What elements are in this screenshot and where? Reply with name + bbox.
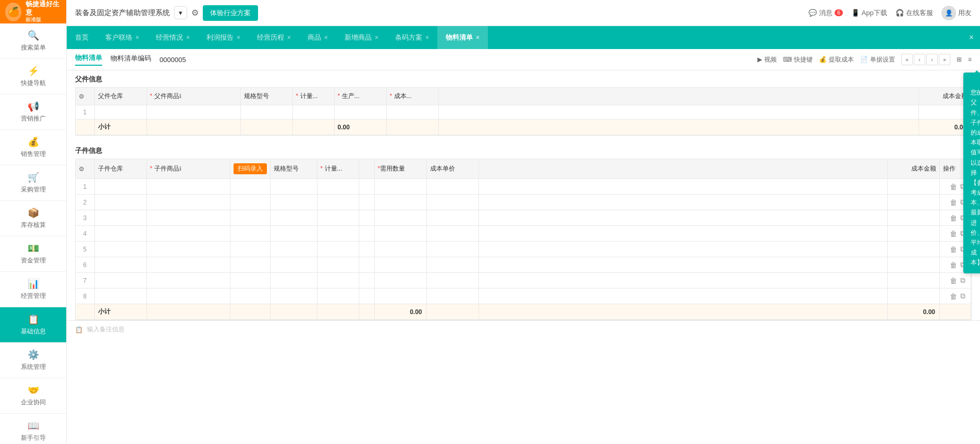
shortcut-btn[interactable]: ⌨ 快捷键 <box>783 55 813 64</box>
sidebar-item-system[interactable]: ⚙️ 系统管理 <box>0 343 66 378</box>
child-unitcost-5[interactable] <box>426 242 479 257</box>
delete-icon-3[interactable]: 🗑 <box>950 214 957 222</box>
child-unit-3[interactable] <box>317 210 359 226</box>
tab-close-new-goods[interactable]: × <box>375 34 378 41</box>
child-warehouse-5[interactable] <box>94 242 146 257</box>
sidebar-item-collab[interactable]: 🤝 企业协同 <box>0 378 66 414</box>
tab-close-ops[interactable]: × <box>186 34 190 41</box>
tab-profit[interactable]: 利润报告× <box>198 26 249 49</box>
sidebar-item-finance[interactable]: 💵 资金管理 <box>0 236 66 272</box>
page-last-btn[interactable]: » <box>939 54 950 65</box>
child-goods-3[interactable] <box>146 210 230 226</box>
subtab-bom-code[interactable]: 物料清单编码 <box>111 54 151 65</box>
child-goods-5[interactable] <box>146 242 230 257</box>
child-scan-1[interactable] <box>230 179 270 195</box>
tab-close-customer[interactable]: × <box>136 34 139 41</box>
tab-home[interactable]: 首页 <box>67 26 97 49</box>
sidebar-item-inventory[interactable]: 📦 库存核算 <box>0 201 66 236</box>
child-goods-7[interactable] <box>146 273 230 289</box>
child-goods-4[interactable] <box>146 226 230 242</box>
child-qty-4[interactable] <box>374 226 426 242</box>
child-scan-3[interactable] <box>230 210 270 226</box>
child-spec-4[interactable] <box>270 226 317 242</box>
child-spec-7[interactable] <box>270 273 317 289</box>
delete-icon-5[interactable]: 🗑 <box>950 245 957 254</box>
child-qty-3[interactable] <box>374 210 426 226</box>
settings-icon[interactable]: ⚙ <box>191 8 199 18</box>
child-goods-8[interactable] <box>146 289 230 304</box>
child-spec-1[interactable] <box>270 179 317 195</box>
child-spec-2[interactable] <box>270 195 317 210</box>
delete-icon-7[interactable]: 🗑 <box>950 277 957 285</box>
close-all-tabs[interactable]: × <box>963 26 980 49</box>
page-prev-btn[interactable]: ‹ <box>914 54 925 65</box>
child-spec-8[interactable] <box>270 289 317 304</box>
tab-barcode[interactable]: 条码方案× <box>387 26 437 49</box>
sidebar-item-guide[interactable]: 📖 新手引导 <box>0 414 66 444</box>
child-goods-2[interactable] <box>146 195 230 210</box>
child-warehouse-3[interactable] <box>94 210 146 226</box>
extract-cost-btn[interactable]: 💰 提取成本 <box>819 55 854 64</box>
tab-bom[interactable]: 物料清单× <box>437 26 488 49</box>
tab-goods[interactable]: 商品× <box>299 26 336 49</box>
child-unit-1[interactable] <box>317 179 359 195</box>
child-warehouse-4[interactable] <box>94 226 146 242</box>
tab-close-barcode[interactable]: × <box>425 34 429 41</box>
delete-icon-8[interactable]: 🗑 <box>950 292 957 301</box>
subtab-bom-list[interactable]: 物料清单 <box>75 53 102 66</box>
child-goods-1[interactable] <box>146 179 230 195</box>
tab-close-history[interactable]: × <box>287 34 291 41</box>
child-unitcost-8[interactable] <box>426 289 479 304</box>
child-scan-2[interactable] <box>230 195 270 210</box>
sidebar-item-sales[interactable]: 💰 销售管理 <box>0 130 66 165</box>
list-view-btn[interactable]: ≡ <box>968 56 972 63</box>
child-gear-icon[interactable]: ⚙ <box>79 165 84 173</box>
delete-icon-4[interactable]: 🗑 <box>950 230 957 238</box>
parent-spec-1[interactable] <box>240 105 292 119</box>
child-warehouse-2[interactable] <box>94 195 146 210</box>
online-service-btn[interactable]: 🎧 在线客服 <box>896 8 933 18</box>
delete-icon-6[interactable]: 🗑 <box>950 261 957 269</box>
child-qty-2[interactable] <box>374 195 426 210</box>
child-qty-8[interactable] <box>374 289 426 304</box>
child-unitcost-7[interactable] <box>426 273 479 289</box>
parent-prod-1[interactable] <box>334 105 386 119</box>
child-unit-8[interactable] <box>317 289 359 304</box>
tab-new-goods[interactable]: 新增商品× <box>336 26 387 49</box>
child-unit-2[interactable] <box>317 195 359 210</box>
note-placeholder[interactable]: 输入备注信息 <box>87 325 125 334</box>
tab-customer[interactable]: 客户联络× <box>97 26 148 49</box>
child-qty-5[interactable] <box>374 242 426 257</box>
copy-icon-7[interactable]: ⧉ <box>960 276 965 285</box>
system-select[interactable]: ▾ <box>174 6 187 19</box>
child-unitcost-1[interactable] <box>426 179 479 195</box>
parent-costtype-1[interactable] <box>386 105 438 119</box>
child-unitcost-4[interactable] <box>426 226 479 242</box>
tab-ops[interactable]: 经营情况× <box>148 26 198 49</box>
single-set-btn[interactable]: 📄 单据设置 <box>860 55 895 64</box>
child-unit-4[interactable] <box>317 226 359 242</box>
sidebar-item-search[interactable]: 🔍 搜索菜单 <box>0 23 66 59</box>
parent-gear-icon[interactable]: ⚙ <box>79 93 84 100</box>
app-download-btn[interactable]: 📱 App下载 <box>851 8 887 18</box>
view-video-btn[interactable]: ▶ 视频 <box>757 55 777 64</box>
page-first-btn[interactable]: « <box>901 54 913 65</box>
child-scan-5[interactable] <box>230 242 270 257</box>
tab-close-goods[interactable]: × <box>324 34 328 41</box>
tab-history[interactable]: 经营历程× <box>249 26 299 49</box>
child-spec-3[interactable] <box>270 210 317 226</box>
child-scan-6[interactable] <box>230 257 270 273</box>
tab-close-bom[interactable]: × <box>476 34 480 41</box>
child-warehouse-6[interactable] <box>94 257 146 273</box>
sidebar-item-basic[interactable]: 📋 基础信息 <box>0 307 66 343</box>
grid-view-btn[interactable]: ⊞ <box>957 56 962 63</box>
scan-input-btn[interactable]: 扫码录入 <box>234 163 267 174</box>
child-qty-7[interactable] <box>374 273 426 289</box>
child-spec-6[interactable] <box>270 257 317 273</box>
child-warehouse-7[interactable] <box>94 273 146 289</box>
parent-goods-1[interactable] <box>146 105 240 119</box>
delete-icon-1[interactable]: 🗑 <box>950 183 957 191</box>
child-spec-5[interactable] <box>270 242 317 257</box>
experience-btn[interactable]: 体验行业方案 <box>203 5 258 21</box>
child-scan-7[interactable] <box>230 273 270 289</box>
